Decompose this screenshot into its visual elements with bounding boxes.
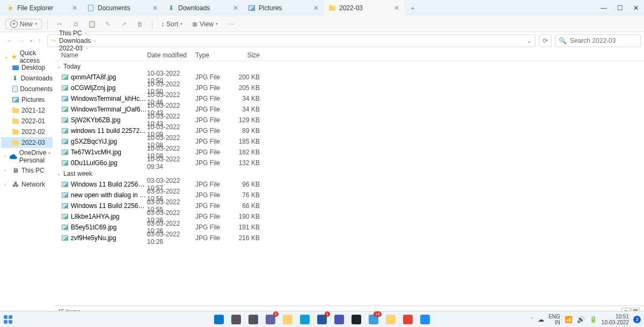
file-row[interactable]: 0Du1LulG6o.jpg 10-03-2022 09:34 JPG File…: [54, 158, 644, 168]
wifi-icon[interactable]: 📶: [565, 316, 573, 323]
file-row[interactable]: Windows 11 Build 22567.jpg 03-03-2022 10…: [54, 200, 644, 211]
folder-icon: [12, 107, 19, 114]
close-icon[interactable]: ✕: [394, 4, 400, 12]
tab-documents[interactable]: Documents ✕: [83, 0, 163, 16]
close-icon[interactable]: ✕: [313, 4, 320, 12]
taskbar-edge[interactable]: 18: [367, 313, 380, 326]
taskbar-start[interactable]: [213, 313, 225, 326]
clock[interactable]: 10:51 10-03-2022: [602, 314, 629, 325]
file-row[interactable]: new open with dialog in Windows 11 Buil.…: [54, 190, 644, 200]
nav-item-2022-01[interactable]: 2022-01: [1, 116, 53, 127]
close-icon[interactable]: ✕: [233, 4, 239, 12]
tab-downloads[interactable]: ⬇ Downloads ✕: [163, 0, 244, 16]
nav-item-2021-12[interactable]: 2021-12: [1, 105, 53, 116]
recent-icon[interactable]: ▾: [30, 39, 32, 43]
volume-icon[interactable]: 🔊: [577, 316, 585, 323]
group-header[interactable]: ⌄ Last week: [54, 168, 644, 179]
taskbar: 2 1 18: [0, 311, 644, 327]
file-row[interactable]: qxnmAfTA8f.jpg 10-03-2022 10:50 JPG File…: [54, 72, 644, 83]
nav-onedrive[interactable]: › OneDrive - Personal: [1, 151, 53, 162]
taskbar-notes[interactable]: [384, 313, 397, 326]
maximize-icon[interactable]: ☐: [612, 4, 628, 12]
taskbar-teams[interactable]: [333, 313, 346, 326]
breadcrumb-segment[interactable]: Downloads›: [59, 37, 96, 44]
taskbar-media[interactable]: [350, 313, 363, 326]
image-file-icon: [61, 181, 69, 188]
file-type: JPG File: [195, 138, 233, 145]
nav-item-2022-02[interactable]: 2022-02: [1, 127, 53, 137]
share-icon[interactable]: ↗: [118, 18, 130, 31]
file-row[interactable]: zvf9He5yNu.jpg 03-03-2022 10:26 JPG File…: [54, 233, 644, 243]
new-button[interactable]: + New ▾: [5, 19, 42, 29]
rename-icon[interactable]: ✎: [101, 18, 114, 31]
col-type[interactable]: Type: [195, 49, 233, 61]
tray-chevron-icon[interactable]: ˄: [531, 317, 533, 322]
taskbar-word[interactable]: 1: [316, 313, 328, 326]
image-file-icon: [61, 202, 69, 210]
taskbar-explorer[interactable]: [281, 313, 294, 326]
file-row[interactable]: Te67W1vcMH.jpg 10-03-2022 10:08 JPG File…: [54, 147, 644, 158]
close-window-icon[interactable]: ✕: [628, 4, 644, 12]
file-row[interactable]: windows 11 build 22572 show more opti...…: [54, 125, 644, 136]
file-row[interactable]: WindowsTerminal_jOaf6Z2M1i.jpg 10-03-202…: [54, 104, 644, 115]
minimize-icon[interactable]: ―: [596, 4, 612, 12]
file-row[interactable]: gSXZBqcYiJ.jpg 10-03-2022 10:08 JPG File…: [54, 136, 644, 147]
forward-icon[interactable]: →: [18, 37, 25, 44]
file-row[interactable]: L8kbe1AHYA.jpg 03-03-2022 10:26 JPG File…: [54, 211, 644, 222]
file-row[interactable]: oCGWljZcnj.jpg 10-03-2022 10:50 JPG File…: [54, 83, 644, 93]
taskbar-check[interactable]: [419, 313, 431, 326]
system-tray[interactable]: ˄ ☁ ENG IN 📶 🔊 🔋 10:51 10-03-2022 2: [531, 314, 644, 325]
tab-2022-03[interactable]: 2022-03 ✕: [324, 0, 405, 16]
col-size[interactable]: Size: [233, 49, 260, 61]
file-size: 66 KB: [233, 202, 260, 210]
taskbar-chat[interactable]: 2: [264, 313, 277, 326]
col-name[interactable]: Name: [61, 49, 147, 61]
refresh-button[interactable]: ⟳: [539, 34, 552, 47]
chevron-down-icon[interactable]: ⌄: [526, 37, 532, 44]
col-date[interactable]: Date modified: [147, 49, 195, 61]
taskbar-search[interactable]: [230, 313, 243, 326]
view-button[interactable]: ≣ View ▾: [189, 20, 221, 28]
paste-icon[interactable]: 📋: [85, 18, 98, 31]
file-row[interactable]: WindowsTerminal_khHcesSYCB.jpg 10-03-202…: [54, 93, 644, 104]
delete-icon[interactable]: 🗑: [134, 18, 147, 31]
up-icon[interactable]: ↑: [38, 37, 41, 44]
file-type: JPG File: [195, 224, 233, 231]
nav-item-downloads[interactable]: ⬇ Downloads: [1, 73, 53, 84]
taskbar-chrome[interactable]: [401, 313, 414, 326]
nav-item-documents[interactable]: Documents: [1, 84, 53, 94]
nav-item-2022-03[interactable]: 2022-03: [1, 137, 53, 148]
search-box[interactable]: 🔍: [555, 34, 641, 47]
battery-icon[interactable]: 🔋: [589, 316, 597, 323]
onedrive-tray-icon[interactable]: ☁: [538, 316, 544, 323]
notification-badge[interactable]: 2: [633, 316, 641, 323]
add-tab-button[interactable]: ＋: [405, 4, 421, 13]
sort-button[interactable]: ↕ Sort ▾: [158, 20, 186, 28]
address-bar[interactable]: › This PC›Downloads›2022-03› ⌄: [47, 34, 536, 47]
group-header[interactable]: ⌄ Today: [54, 61, 644, 72]
nav-quick-access[interactable]: ⌄ ★ Quick access: [1, 51, 53, 62]
language-indicator[interactable]: ENG IN: [548, 314, 560, 325]
nav-item-pictures[interactable]: Pictures: [1, 94, 53, 105]
file-row[interactable]: SjW2KYb6ZB.jpg 10-03-2022 10:43 JPG File…: [54, 115, 644, 125]
copy-icon[interactable]: ⧉: [69, 18, 82, 31]
close-icon[interactable]: ✕: [72, 4, 78, 12]
file-row[interactable]: B5ey51tC69.jpg 03-03-2022 10:26 JPG File…: [54, 222, 644, 233]
folder-icon: [328, 4, 336, 12]
nav-item-desktop[interactable]: Desktop: [1, 62, 53, 73]
close-icon[interactable]: ✕: [152, 4, 159, 12]
tab-file-explorer[interactable]: ★ File Explorer ✕: [2, 0, 83, 16]
file-row[interactable]: Windows 11 Build 22567 brings a new op..…: [54, 179, 644, 190]
nav-thispc[interactable]: › 🖥 This PC: [1, 165, 53, 176]
taskbar-store[interactable]: [298, 313, 311, 326]
back-icon[interactable]: ←: [6, 37, 13, 44]
nav-network[interactable]: › 🖧 Network: [1, 179, 53, 190]
more-icon[interactable]: ⋯: [224, 18, 237, 31]
search-input[interactable]: [570, 37, 637, 44]
widgets-button[interactable]: [0, 315, 16, 324]
taskbar-taskview[interactable]: [247, 313, 260, 326]
tab-pictures[interactable]: Pictures ✕: [244, 0, 324, 16]
breadcrumb-segment[interactable]: This PC›: [59, 29, 96, 37]
tab-label: Pictures: [259, 4, 282, 12]
cut-icon[interactable]: ✂: [53, 18, 66, 31]
